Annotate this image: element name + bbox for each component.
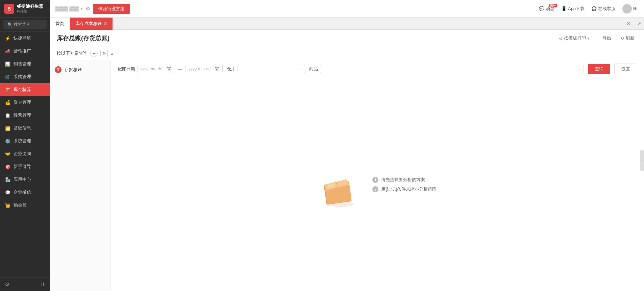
inventory-icon: 📦 xyxy=(5,87,11,93)
sidebar-item-finance[interactable]: 💰 资金管理 xyxy=(0,96,50,109)
filter-settings-btn[interactable]: ⚙ xyxy=(100,50,108,57)
tab-inventory-ledger[interactable]: 库存成本总账 ✕ xyxy=(70,18,113,30)
sidebar-item-vip[interactable]: 👑 畅会员 xyxy=(0,199,50,212)
content-body: 存 存货总账 记账日期 yyyy-mm-dd 📅 — xyxy=(50,60,644,291)
goods-label: 商品 xyxy=(309,66,318,72)
sales-icon: 📊 xyxy=(5,61,11,67)
industry-btn[interactable]: 体验行业方案 xyxy=(93,4,130,14)
tabs-bar: 首页 库存成本总账 ✕ ✕ ⤢ xyxy=(50,18,644,30)
messages-group[interactable]: 💬 消息 99+ xyxy=(539,6,554,12)
empty-state: 1 请先选择要分析的方案 2 用[过滤]条件来缩小分析范围 xyxy=(111,78,644,291)
goods-more-icon[interactable]: ··· xyxy=(577,67,580,71)
warehouse-more-icon[interactable]: ··· xyxy=(298,67,301,71)
goods-filter-field: 商品 ··· xyxy=(309,65,584,73)
filter-label: 按以下方案查询 xyxy=(57,50,88,56)
sidebar-item-operation[interactable]: 📋 经营管理 xyxy=(0,109,50,122)
gear-button[interactable]: ⚙ xyxy=(85,5,90,12)
page-header: 库存总账(存货总账) 🖨 按模板打印 ▾ ↑ 导出 ↻ 刷新 xyxy=(50,30,644,47)
tab-expand-icon[interactable]: ⤢ xyxy=(635,21,644,26)
sidebar-footer: ⚙ ⏸ xyxy=(0,277,50,291)
purchase-icon: 🛒 xyxy=(5,74,11,80)
online-support-group[interactable]: 🎧 在线客服 xyxy=(591,6,616,12)
refresh-icon: ↻ xyxy=(621,36,624,41)
print-btn[interactable]: 🖨 按模板打印 ▾ xyxy=(555,34,592,43)
newbie-icon: 🎯 xyxy=(5,164,11,170)
sidebar-item-newbie[interactable]: 🎯 新手引导 xyxy=(0,160,50,173)
refresh-btn[interactable]: ↻ 刷新 xyxy=(618,34,637,43)
empty-tip-1: 1 请先选择要分析的方案 xyxy=(372,177,436,183)
search-icon: 🔍 xyxy=(7,22,13,27)
sidebar-item-purchase[interactable]: 🛒 采购管理 xyxy=(0,70,50,83)
empty-tips: 1 请先选择要分析的方案 2 用[过滤]条件来缩小分析范围 xyxy=(372,177,436,192)
sidebar-item-marketing[interactable]: 📣 营销推广 xyxy=(0,45,50,57)
app-download-group[interactable]: 📱 App下载 xyxy=(561,6,585,12)
tab-inventory-label: 库存成本总账 xyxy=(75,21,102,27)
date-field-label: 记账日期 xyxy=(118,66,135,72)
tab-close-icon[interactable]: ✕ xyxy=(104,21,107,26)
content-right: 记账日期 yyyy-mm-dd 📅 — yyyy-mm-dd 📅 仓库 xyxy=(111,60,644,291)
marketing-icon: 📣 xyxy=(5,48,11,54)
sidebar-item-shortcut[interactable]: ⚡ 快捷导航 xyxy=(0,32,50,45)
print-dropdown-icon[interactable]: ▾ xyxy=(587,36,590,41)
print-icon: 🖨 xyxy=(558,36,563,41)
sidebar-item-appstore[interactable]: 🏪 应用中心 xyxy=(0,173,50,186)
logo-text: 畅捷通好生意 标准版 xyxy=(17,4,43,14)
warehouse-label: 仓库 xyxy=(227,66,236,72)
warehouse-filter-field: 仓库 ··· xyxy=(227,65,305,73)
scheme-panel: 存 存货总账 xyxy=(50,60,111,291)
dropdown-arrow-icon[interactable]: ▾ xyxy=(80,6,83,11)
scheme-item-inventory[interactable]: 存 存货总账 xyxy=(50,64,110,76)
filter-header: 按以下方案查询 + ⚙ « xyxy=(50,47,644,60)
speaker-footer-icon[interactable]: ⏸ xyxy=(40,282,45,288)
system-icon: ⚙️ xyxy=(5,138,11,144)
scheme-icon: 存 xyxy=(55,66,61,73)
empty-illustration xyxy=(318,164,359,205)
headset-icon: 🎧 xyxy=(591,6,597,11)
logo-icon: B xyxy=(4,4,14,14)
search-menu-input[interactable]: 🔍 搜索菜单 xyxy=(3,20,47,29)
tip-text-1: 请先选择要分析的方案 xyxy=(381,177,425,183)
filter-add-btn[interactable]: + xyxy=(90,50,98,57)
date-end-input[interactable]: yyyy-mm-dd 📅 xyxy=(185,65,223,73)
settings-footer-icon[interactable]: ⚙ xyxy=(5,281,9,288)
resize-handle[interactable]: ‹ xyxy=(640,150,644,171)
tab-home-label: 首页 xyxy=(55,21,64,27)
content-area: 库存总账(存货总账) 🖨 按模板打印 ▾ ↑ 导出 ↻ 刷新 按以下方案查询 xyxy=(50,30,644,291)
online-support-label: 在线客服 xyxy=(598,6,616,12)
user-avatar-group[interactable]: Rit xyxy=(622,4,639,14)
logo-area: B 畅捷通好生意 标准版 xyxy=(0,0,50,18)
sidebar-item-basic[interactable]: 🗂️ 基础信息 xyxy=(0,122,50,135)
export-btn[interactable]: ↑ 导出 xyxy=(596,34,614,43)
tab-home[interactable]: 首页 xyxy=(50,18,70,30)
sidebar-nav: ⚡ 快捷导航 📣 营销推广 📊 销售管理 🛒 采购管理 📦 库存核算 💰 资金管… xyxy=(0,32,50,277)
sidebar-item-wechat[interactable]: 💬 企业微信 xyxy=(0,186,50,199)
settings-button[interactable]: 设置 xyxy=(614,64,637,74)
date-filter-field: 记账日期 yyyy-mm-dd 📅 — yyyy-mm-dd 📅 xyxy=(118,65,223,73)
topbar: ▓▓▓▓ ▓▓▓ ▾ ⚙ 体验行业方案 💬 消息 99+ 📱 App下载 🎧 在… xyxy=(50,0,644,18)
message-icon: 💬 xyxy=(539,6,544,11)
user-name: Rit xyxy=(633,6,639,11)
shortcut-icon: ⚡ xyxy=(5,35,11,41)
scheme-label: 存货总账 xyxy=(64,67,82,73)
app-download-label: App下载 xyxy=(568,6,585,12)
vip-icon: 👑 xyxy=(5,202,11,208)
tip-num-2: 2 xyxy=(372,186,378,192)
goods-input[interactable]: ··· xyxy=(320,65,584,73)
query-button[interactable]: 查询 xyxy=(588,64,610,74)
breadcrumb-text: ▓▓▓▓ ▓▓▓ xyxy=(55,6,79,11)
date-start-input[interactable]: yyyy-mm-dd 📅 xyxy=(137,65,174,73)
sidebar: B 畅捷通好生意 标准版 🔍 搜索菜单 ⚡ 快捷导航 📣 营销推广 📊 销售管理… xyxy=(0,0,50,291)
sidebar-item-sales[interactable]: 📊 销售管理 xyxy=(0,57,50,70)
sidebar-search[interactable]: 🔍 搜索菜单 xyxy=(0,18,50,32)
tip-text-2: 用[过滤]条件来缩小分析范围 xyxy=(381,186,436,192)
avatar xyxy=(622,4,632,14)
warehouse-input[interactable]: ··· xyxy=(238,65,305,73)
sidebar-item-system[interactable]: ⚙️ 系统管理 xyxy=(0,135,50,147)
filter-collapse-btn[interactable]: « xyxy=(110,51,113,56)
page-actions: 🖨 按模板打印 ▾ ↑ 导出 ↻ 刷新 xyxy=(555,34,638,43)
sidebar-item-inventory[interactable]: 📦 库存核算 xyxy=(0,83,50,96)
empty-tip-2: 2 用[过滤]条件来缩小分析范围 xyxy=(372,186,436,192)
tab-close-right-icon[interactable]: ✕ xyxy=(622,21,635,26)
calendar-start-icon: 📅 xyxy=(166,67,171,71)
sidebar-item-enterprise[interactable]: 🤝 企业协同 xyxy=(0,147,50,160)
